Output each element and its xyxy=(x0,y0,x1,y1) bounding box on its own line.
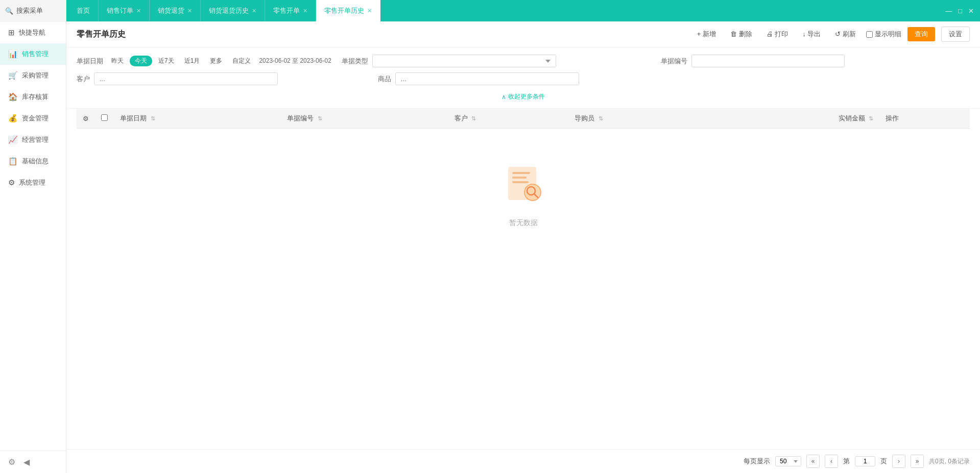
tab-retail-open-label: 零售开单 xyxy=(273,6,300,15)
sidebar: 🔍 搜索采单 ⊞ 快捷导航 📊 销售管理 🛒 采购管理 🏠 库存核算 💰 资金管… xyxy=(0,0,66,473)
tab-sales-return[interactable]: 销货退货 ✕ xyxy=(150,0,201,21)
date-btn-1month[interactable]: 近1月 xyxy=(180,56,204,66)
collapse-more-btn[interactable]: ∧ 收起更多条件 xyxy=(77,90,970,105)
empty-icon xyxy=(498,159,549,210)
col-guide[interactable]: 导购员 ⇅ xyxy=(568,109,712,129)
tab-sales-order[interactable]: 销售订单 ✕ xyxy=(99,0,150,21)
col-amount-label: 实销金额 xyxy=(839,114,865,122)
col-settings[interactable]: ⚙ xyxy=(77,109,95,129)
print-button[interactable]: 🖨 打印 xyxy=(762,28,793,41)
col-date[interactable]: 单据日期 ⇅ xyxy=(114,109,281,129)
collapse-more-label: 收起更多条件 xyxy=(508,92,545,101)
filter-customer-input[interactable] xyxy=(94,72,278,85)
sidebar-item-purchase-mgmt[interactable]: 🛒 采购管理 xyxy=(0,65,66,86)
filter-product-input[interactable] xyxy=(395,72,579,85)
refresh-button[interactable]: ↺ 刷新 xyxy=(831,28,860,41)
chevron-up-icon: ∧ xyxy=(501,93,506,101)
window-minimize-btn[interactable]: — xyxy=(945,7,952,15)
sidebar-item-label: 基础信息 xyxy=(22,157,49,166)
page-content: 零售开单历史 + 新增 🗑 删除 🖨 打印 ↓ 导出 ↺ 刷新 显示明细 查询 … xyxy=(66,21,980,473)
inventory-icon: 🏠 xyxy=(8,92,18,102)
tab-retail-open-history[interactable]: 零售开单历史 ✕ xyxy=(316,0,380,21)
sidebar-item-operations[interactable]: 📈 经营管理 xyxy=(0,129,66,151)
col-checkbox[interactable] xyxy=(95,109,114,129)
operations-icon: 📈 xyxy=(8,135,18,144)
empty-state: 暂无数据 xyxy=(77,129,970,258)
date-btn-custom[interactable]: 自定义 xyxy=(228,56,255,66)
show-detail-label: 显示明细 xyxy=(875,30,901,39)
filter-number-label: 单据编号 xyxy=(661,57,687,66)
sidebar-item-quick-nav[interactable]: ⊞ 快捷导航 xyxy=(0,22,66,43)
col-action: 操作 xyxy=(879,109,970,129)
finance-icon: 💰 xyxy=(8,114,18,123)
sidebar-item-label: 系统管理 xyxy=(19,178,45,187)
col-customer-sort-icon: ⇅ xyxy=(471,115,476,121)
filter-area: 单据日期 昨天 今天 近7天 近1月 更多 自定义 2023-06-02 至 2… xyxy=(66,47,980,109)
tab-retail-open-history-close[interactable]: ✕ xyxy=(367,8,372,14)
show-detail-checkbox[interactable] xyxy=(866,31,873,38)
tab-sales-return-close[interactable]: ✕ xyxy=(187,8,192,14)
window-close-btn[interactable]: ✕ xyxy=(968,7,974,15)
tab-sales-return-history-close[interactable]: ✕ xyxy=(252,8,256,14)
page-input[interactable] xyxy=(855,456,875,466)
filter-date: 单据日期 昨天 今天 近7天 近1月 更多 自定义 2023-06-02 至 2… xyxy=(77,56,331,66)
filter-date-label: 单据日期 xyxy=(77,57,103,66)
tab-home[interactable]: 首页 xyxy=(68,0,99,21)
table-area: ⚙ 单据日期 ⇅ 单据编号 ⇅ 客户 ⇅ xyxy=(66,109,980,449)
per-page-select[interactable]: 10 20 50 100 xyxy=(775,456,801,466)
filter-number-input[interactable] xyxy=(691,55,845,67)
tab-sales-return-history[interactable]: 销货退货历史 ✕ xyxy=(201,0,265,21)
date-btn-more[interactable]: 更多 xyxy=(206,56,226,66)
data-table: ⚙ 单据日期 ⇅ 单据编号 ⇅ 客户 ⇅ xyxy=(77,109,970,129)
filter-product-label: 商品 xyxy=(378,74,391,84)
search-icon: 🔍 xyxy=(5,7,13,15)
date-btn-yesterday[interactable]: 昨天 xyxy=(107,56,128,66)
filter-number: 单据编号 xyxy=(661,55,970,67)
tab-sales-order-close[interactable]: ✕ xyxy=(136,8,141,14)
col-number-label: 单据编号 xyxy=(287,114,314,122)
filter-type-select[interactable] xyxy=(372,55,556,67)
filter-row-1: 单据日期 昨天 今天 近7天 近1月 更多 自定义 2023-06-02 至 2… xyxy=(77,55,970,67)
page-last-btn[interactable]: » xyxy=(911,455,924,468)
table-header-row: ⚙ 单据日期 ⇅ 单据编号 ⇅ 客户 ⇅ xyxy=(77,109,970,129)
svg-rect-3 xyxy=(512,181,529,183)
col-customer[interactable]: 客户 ⇅ xyxy=(448,109,569,129)
filter-row-2: 客户 商品 xyxy=(77,72,970,85)
sidebar-item-label: 经营管理 xyxy=(22,135,49,144)
page-title: 零售开单历史 xyxy=(77,29,126,40)
tab-retail-open-close[interactable]: ✕ xyxy=(303,8,307,14)
col-guide-label: 导购员 xyxy=(575,114,594,122)
date-btn-7days[interactable]: 近7天 xyxy=(154,56,178,66)
col-number-sort-icon: ⇅ xyxy=(318,115,322,121)
tab-retail-open[interactable]: 零售开单 ✕ xyxy=(265,0,316,21)
page-first-btn[interactable]: « xyxy=(806,455,820,468)
search-menu-btn[interactable]: 🔍 搜索采单 xyxy=(0,0,66,22)
sidebar-collapse-btn[interactable]: ◀ xyxy=(23,457,30,467)
sidebar-item-label: 资金管理 xyxy=(22,114,49,123)
footer-settings-btn[interactable]: ⚙ xyxy=(8,457,15,467)
tab-sales-order-label: 销售订单 xyxy=(107,6,133,15)
settings-button[interactable]: 设置 xyxy=(941,27,970,42)
sidebar-item-inventory[interactable]: 🏠 库存核算 xyxy=(0,86,66,108)
sidebar-item-finance[interactable]: 💰 资金管理 xyxy=(0,108,66,129)
sidebar-item-sales-mgmt[interactable]: 📊 销售管理 xyxy=(0,43,66,65)
page-next-btn[interactable]: › xyxy=(892,455,905,468)
sidebar-item-basic-info[interactable]: 📋 基础信息 xyxy=(0,151,66,172)
page-unit: 页 xyxy=(880,457,887,466)
sidebar-item-system-mgmt[interactable]: ⚙ 系统管理 xyxy=(0,172,66,193)
delete-button[interactable]: 🗑 删除 xyxy=(726,28,756,41)
col-number[interactable]: 单据编号 ⇅ xyxy=(281,109,448,129)
tab-bar: 首页 销售订单 ✕ 销货退货 ✕ 销货退货历史 ✕ 零售开单 ✕ 零售开单历史 … xyxy=(66,0,980,21)
show-detail-toggle[interactable]: 显示明细 xyxy=(866,30,901,39)
add-button[interactable]: + 新增 xyxy=(693,28,720,41)
col-amount[interactable]: 实销金额 ⇅ xyxy=(712,109,879,129)
query-button[interactable]: 查询 xyxy=(907,27,935,41)
export-button[interactable]: ↓ 导出 xyxy=(798,28,825,41)
date-btn-today[interactable]: 今天 xyxy=(130,56,152,66)
tab-retail-open-history-label: 零售开单历史 xyxy=(324,6,364,15)
filter-product: 商品 xyxy=(378,72,669,85)
page-prev-btn[interactable]: ‹ xyxy=(825,455,838,468)
col-guide-sort-icon: ⇅ xyxy=(599,115,603,121)
select-all-checkbox[interactable] xyxy=(101,114,108,121)
window-maximize-btn[interactable]: □ xyxy=(958,7,962,15)
